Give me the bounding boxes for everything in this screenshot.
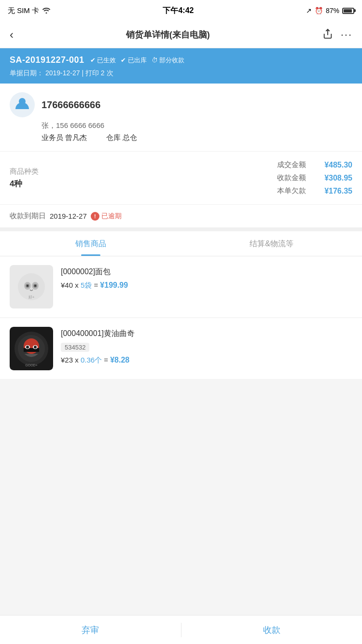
overdue-icon: !	[91, 212, 99, 221]
overdue-text: 已逾期	[101, 212, 122, 221]
product-total-1: ¥199.99	[100, 281, 128, 289]
avatar	[10, 92, 35, 117]
product-name-2: [000400001]黄油曲奇	[61, 329, 352, 339]
svg-rect-14	[24, 348, 39, 352]
nav-actions: ···	[322, 28, 352, 41]
products-list: 好+ [0000002]面包 ¥40 x 5袋 = ¥199.99	[0, 256, 362, 379]
product-image-1: 好+	[10, 265, 53, 308]
location-icon: ↗	[306, 7, 312, 14]
customer-meta: 业务员 曾凡杰 仓库 总仓	[42, 133, 352, 142]
order-id: SA-20191227-001	[10, 55, 84, 65]
product-price-row-1: ¥40 x 5袋 = ¥199.99	[61, 281, 352, 290]
status-shipped: ✔ 已出库	[121, 56, 147, 65]
status-right: ↗ ⏰ 87%	[306, 7, 354, 14]
summary-section: 商品种类 4种 成交金额 ¥485.30 收款金额 ¥308.95 本单欠款 ¥…	[0, 152, 362, 205]
carrier-text: 无 SIM 卡	[8, 6, 39, 15]
owed-row: 本单欠款 ¥176.35	[277, 186, 352, 196]
received-value: ¥308.95	[314, 174, 352, 182]
order-date-row: 单据日期： 2019-12-27 | 打印 2 次	[10, 69, 352, 78]
customer-detail: 张，156 6666 6666	[42, 121, 352, 130]
confirm-button[interactable]: 收款	[181, 616, 362, 644]
page-title: 销货单详情(来自电脑)	[126, 29, 210, 41]
back-button[interactable]: ‹	[10, 28, 14, 42]
product-image-2: GOOD+	[10, 327, 53, 370]
order-header: SA-20191227-001 ✔ 已生效 ✔ 已出库 ⏱ 部分收款 单据日期：…	[0, 48, 362, 84]
alarm-icon: ⏰	[315, 7, 323, 14]
status-badges: ✔ 已生效 ✔ 已出库 ⏱ 部分收款	[90, 56, 185, 65]
tab-settlement-logistics[interactable]: 结算&物流等	[181, 231, 362, 256]
amount-value: ¥485.30	[314, 161, 352, 169]
due-label: 收款到期日	[10, 211, 46, 221]
list-item: GOOD+ [000400001]黄油曲奇 534532 ¥23 x 0.36个…	[0, 318, 362, 379]
status-effective: ✔ 已生效	[90, 56, 116, 65]
overdue-badge: ! 已逾期	[91, 212, 122, 221]
customer-section: 17666666666 张，156 6666 6666 业务员 曾凡杰 仓库 总…	[0, 84, 362, 152]
category-count: 4种	[10, 178, 39, 189]
amount-label: 成交金额	[277, 160, 306, 169]
received-label: 收款金额	[277, 173, 306, 182]
order-date: 2019-12-27	[45, 69, 80, 77]
avatar-icon	[14, 96, 30, 114]
nav-bar: ‹ 销货单详情(来自电脑) ···	[0, 21, 362, 48]
status-time: 下午4:42	[163, 6, 194, 16]
amount-row: 成交金额 ¥485.30	[277, 160, 352, 169]
warehouse-value: 总仓	[123, 133, 137, 141]
tabs: 销售商品 结算&物流等	[0, 231, 362, 256]
battery-percent: 87%	[326, 7, 339, 14]
customer-row: 17666666666	[10, 92, 352, 117]
sales-person-value: 曾凡杰	[65, 133, 87, 141]
share-icon[interactable]	[322, 28, 333, 41]
list-item: 好+ [0000002]面包 ¥40 x 5袋 = ¥199.99	[0, 256, 362, 317]
product-qty-1: 5袋	[81, 281, 92, 289]
svg-text:好+: 好+	[28, 295, 35, 299]
product-qty-2: 0.36个	[81, 356, 102, 364]
date-label: 单据日期：	[10, 69, 43, 77]
product-price-row-2: ¥23 x 0.36个 = ¥8.28	[61, 356, 352, 365]
due-section: 收款到期日 2019-12-27 ! 已逾期	[0, 205, 362, 231]
svg-point-8	[34, 285, 36, 287]
status-partial-payment: ⏱ 部分收款	[152, 56, 185, 65]
product-price-2: ¥23	[61, 356, 73, 364]
product-total-2: ¥8.28	[110, 356, 129, 364]
status-left: 无 SIM 卡	[8, 6, 51, 15]
svg-text:GOOD+: GOOD+	[25, 364, 37, 367]
product-info-2: [000400001]黄油曲奇 534532 ¥23 x 0.36个 = ¥8.…	[61, 327, 352, 365]
print-count: 2	[101, 69, 105, 77]
bottom-bar: 弃审 收款	[0, 615, 362, 644]
svg-point-18	[34, 346, 37, 349]
svg-point-17	[26, 346, 29, 349]
battery-icon	[342, 8, 354, 14]
category-label: 商品种类	[10, 167, 39, 176]
print-label: | 打印	[82, 69, 100, 77]
received-row: 收款金额 ¥308.95	[277, 173, 352, 182]
sales-person: 业务员 曾凡杰	[42, 133, 87, 142]
wifi-icon	[42, 7, 51, 15]
summary-left: 商品种类 4种	[10, 160, 39, 196]
product-info-1: [0000002]面包 ¥40 x 5袋 = ¥199.99	[61, 265, 352, 290]
tab-sales-products[interactable]: 销售商品	[0, 231, 181, 256]
product-name-1: [0000002]面包	[61, 267, 352, 277]
customer-name: 17666666666	[42, 99, 100, 111]
cancel-button[interactable]: 弃审	[0, 616, 181, 644]
product-sku-2: 534532	[61, 343, 89, 352]
due-date: 2019-12-27	[50, 212, 87, 220]
owed-label: 本单欠款	[277, 186, 306, 196]
sales-label: 业务员	[42, 133, 63, 141]
owed-value: ¥176.35	[314, 187, 352, 196]
more-icon[interactable]: ···	[341, 28, 352, 41]
summary-right: 成交金额 ¥485.30 收款金额 ¥308.95 本单欠款 ¥176.35	[277, 160, 352, 196]
svg-point-7	[27, 285, 28, 287]
status-bar: 无 SIM 卡 下午4:42 ↗ ⏰ 87%	[0, 0, 362, 21]
print-unit: 次	[107, 69, 113, 77]
product-price-1: ¥40	[61, 281, 73, 289]
warehouse: 仓库 总仓	[106, 133, 137, 142]
warehouse-label: 仓库	[106, 133, 121, 141]
